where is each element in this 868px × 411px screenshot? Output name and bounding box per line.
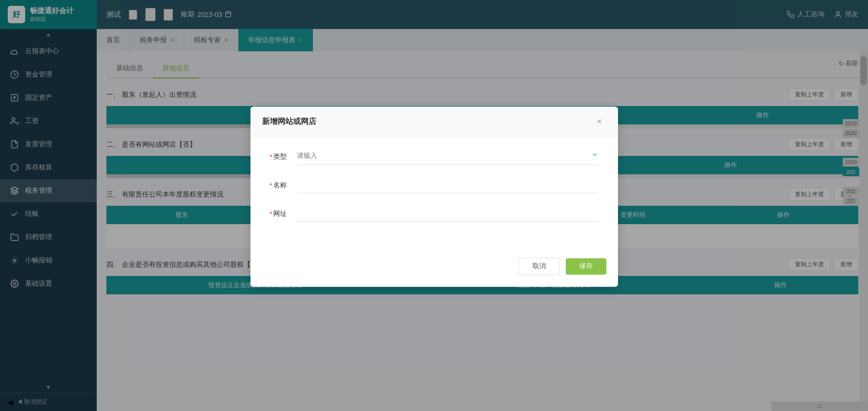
url-label-text: 网址 (273, 210, 287, 218)
cancel-button[interactable]: 取消 (518, 258, 560, 275)
url-label: * 网址 (270, 210, 289, 218)
type-dropdown-arrow[interactable] (591, 151, 599, 160)
modal-title: 新增网站或网店 (262, 117, 316, 127)
url-required-star: * (270, 210, 272, 218)
form-row-url: * 网址 (270, 207, 599, 222)
modal-body: * 类型 * 名称 (250, 138, 618, 250)
type-label-text: 类型 (273, 152, 287, 161)
form-row-url-inner: * 网址 (270, 207, 599, 222)
url-input[interactable] (297, 207, 599, 218)
form-row-type-inner: * 类型 (270, 150, 599, 165)
modal-header: 新增网站或网店 × (250, 107, 618, 138)
type-label: * 类型 (270, 152, 289, 161)
form-row-type: * 类型 (270, 150, 599, 165)
type-input-wrapper (297, 150, 599, 165)
add-website-modal: 新增网站或网店 × * 类型 * (250, 107, 618, 287)
name-input[interactable] (297, 178, 599, 190)
form-row-name-inner: * 名称 (270, 178, 599, 193)
type-required-star: * (270, 153, 272, 161)
url-input-wrapper (297, 207, 599, 222)
modal-close-button[interactable]: × (593, 115, 606, 129)
name-label: * 名称 (270, 181, 289, 190)
modal-footer: 取消 保存 (250, 250, 618, 287)
name-label-text: 名称 (273, 181, 287, 190)
name-required-star: * (270, 182, 272, 189)
form-row-name: * 名称 (270, 178, 599, 193)
type-input[interactable] (297, 150, 591, 161)
name-input-wrapper (297, 178, 599, 193)
save-button[interactable]: 保存 (566, 258, 606, 274)
